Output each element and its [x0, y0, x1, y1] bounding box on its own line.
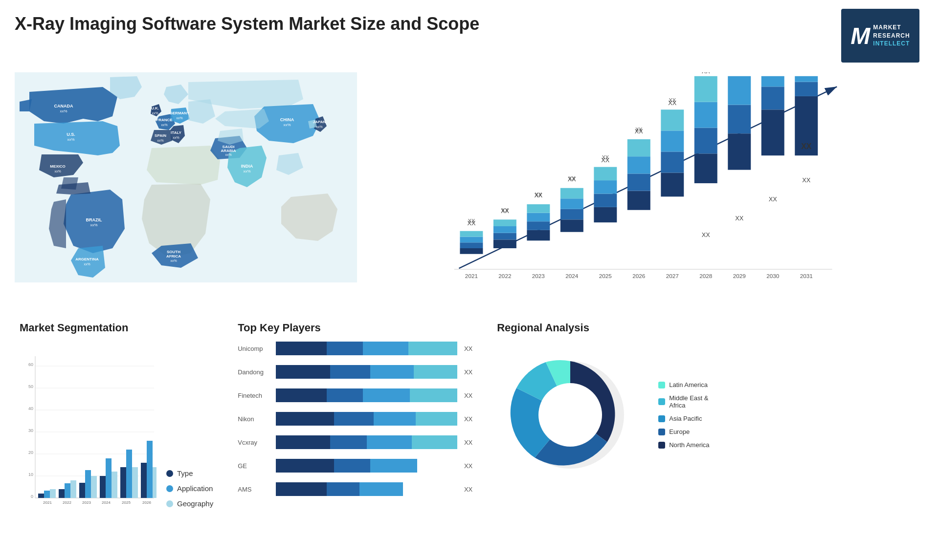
bar-seg1: [276, 342, 327, 355]
legend-latin-label: Latin America: [669, 381, 708, 388]
donut-chart-svg: [497, 342, 644, 488]
svg-rect-127: [50, 489, 56, 498]
svg-text:2026: 2026: [632, 273, 645, 279]
legend-type: Type: [166, 469, 213, 477]
svg-rect-137: [100, 476, 106, 498]
svg-text:U.S.: U.S.: [67, 132, 75, 137]
bar-seg1: [276, 482, 327, 496]
svg-rect-141: [120, 467, 126, 498]
svg-rect-146: [147, 441, 153, 498]
svg-rect-72: [661, 151, 684, 172]
svg-rect-59: [594, 207, 617, 222]
svg-text:xx%: xx%: [152, 111, 158, 115]
svg-rect-138: [106, 458, 112, 498]
legend-latin: Latin America: [658, 381, 709, 388]
svg-text:0: 0: [31, 494, 33, 499]
bar-seg1: [276, 412, 334, 426]
player-xx-unicomp: XX: [464, 345, 472, 352]
bar-chart-svg: XX 2021 XX 2022 XX 2023: [377, 72, 915, 292]
svg-rect-71: [661, 172, 684, 196]
svg-rect-65: [627, 191, 650, 210]
bar-seg2: [330, 365, 370, 379]
svg-rect-129: [59, 489, 65, 498]
svg-rect-130: [65, 483, 70, 498]
svg-text:2024: 2024: [102, 500, 111, 505]
seg-chart-svg: 0 10 20 30 40 50 60: [20, 342, 156, 508]
regional-area: Regional Analysis: [487, 317, 929, 560]
legend-asia-dot: [658, 415, 665, 422]
svg-rect-84: [728, 105, 751, 134]
svg-text:2027: 2027: [666, 273, 679, 279]
bar-seg2: [327, 482, 359, 496]
player-bars-ams: [276, 482, 457, 496]
svg-rect-38: [460, 231, 483, 237]
svg-rect-83: [728, 133, 751, 170]
legend-geography-dot: [166, 500, 173, 507]
map-area: CANADA xx% U.S. xx% MEXICO xx% BRAZIL xx…: [10, 67, 362, 312]
svg-rect-41: [493, 239, 516, 248]
legend-type-label: Type: [177, 469, 193, 477]
top-section: CANADA xx% U.S. xx% MEXICO xx% BRAZIL xx…: [10, 67, 929, 312]
svg-text:2030: 2030: [766, 273, 780, 279]
bar-seg2: [334, 412, 374, 426]
svg-text:20: 20: [28, 450, 33, 455]
svg-rect-44: [493, 219, 516, 226]
svg-text:xx%: xx%: [84, 262, 90, 266]
legend-type-dot: [166, 470, 173, 477]
legend-mideast-label: Middle East &Africa: [669, 394, 708, 409]
logo-line-2: RESEARCH: [873, 32, 910, 40]
svg-rect-73: [661, 130, 684, 151]
svg-rect-79: [694, 102, 717, 128]
svg-text:xx%: xx%: [90, 223, 97, 227]
logo-line-3: INTELLECT: [873, 40, 910, 48]
logo-box: M MARKET RESEARCH INTELLECT: [841, 9, 919, 63]
svg-rect-78: [694, 128, 717, 153]
svg-text:XX: XX: [702, 72, 710, 75]
logo-line-1: MARKET: [873, 23, 910, 32]
legend-application-label: Application: [177, 484, 213, 493]
svg-rect-85: [728, 76, 751, 105]
svg-text:30: 30: [28, 428, 33, 433]
player-row-dandong: Dandong XX: [238, 365, 472, 379]
bar-seg2: [334, 459, 370, 473]
legend-mideast: Middle East &Africa: [658, 394, 709, 409]
svg-text:AFRICA: AFRICA: [166, 254, 181, 258]
players-area: Top Key Players Unicomp XX Dandong: [228, 317, 482, 560]
legend-northamerica-dot: [658, 442, 665, 449]
svg-rect-55: [560, 198, 583, 209]
svg-text:2029: 2029: [733, 273, 746, 279]
seg-chart-container: 0 10 20 30 40 50 60: [20, 342, 213, 508]
legend-europe: Europe: [658, 428, 709, 435]
svg-text:60: 60: [28, 362, 33, 367]
svg-text:SPAIN: SPAIN: [155, 133, 166, 138]
seg-legend: Type Application Geography: [156, 459, 213, 508]
player-row-vcxray: Vcxray XX: [238, 435, 472, 449]
svg-text:MEXICO: MEXICO: [50, 164, 66, 169]
bar-seg4: [414, 365, 457, 379]
svg-rect-66: [627, 173, 650, 191]
svg-text:XX: XX: [801, 142, 811, 151]
svg-text:2026: 2026: [142, 500, 151, 505]
legend-application: Application: [166, 484, 213, 493]
svg-rect-37: [460, 237, 483, 243]
svg-rect-49: [527, 213, 550, 222]
bar-seg3: [363, 388, 410, 402]
svg-text:10: 10: [28, 472, 33, 477]
regional-title: Regional Analysis: [497, 322, 919, 334]
player-name-vcxray: Vcxray: [238, 439, 272, 446]
player-bars-dandong: [276, 365, 457, 379]
svg-text:xx%: xx%: [176, 116, 182, 120]
svg-text:xx%: xx%: [283, 123, 291, 127]
svg-text:2023: 2023: [82, 500, 91, 505]
donut-container: Latin America Middle East &Africa Asia P…: [497, 342, 919, 488]
svg-text:xx%: xx%: [173, 136, 179, 139]
svg-rect-74: [661, 109, 684, 130]
svg-text:2025: 2025: [122, 500, 131, 505]
svg-text:ITALY: ITALY: [171, 130, 181, 135]
svg-rect-68: [627, 139, 650, 156]
svg-text:2024: 2024: [565, 273, 579, 279]
svg-text:XX: XX: [635, 128, 643, 135]
player-xx-ams: XX: [464, 486, 472, 493]
svg-text:xx%: xx%: [243, 169, 250, 173]
player-xx-vcxray: XX: [464, 439, 472, 446]
